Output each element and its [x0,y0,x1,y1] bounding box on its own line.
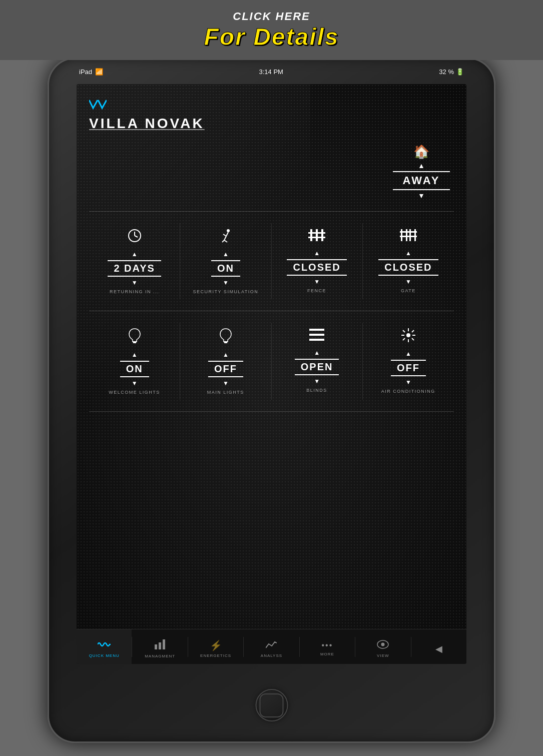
battery-icon: 🔋 [456,68,464,76]
ac-label: AIR CONDITIONING [381,389,435,394]
svg-rect-14 [401,229,402,241]
security-value: ON [211,260,240,277]
security-arrow-up: ▲ [223,251,229,258]
svg-line-4 [226,232,228,236]
ac-arrow-up: ▲ [405,350,411,357]
fence-arrow-down: ▼ [314,278,320,285]
svg-point-27 [406,333,410,337]
divider-2 [89,311,454,311]
click-here-label: CLICK HERE [233,10,310,23]
away-section[interactable]: 🏠 ▲ AWAY ▼ [89,142,454,207]
svg-line-35 [403,338,405,340]
ipad-screen: VILLA NOVAK 🏠 ▲ AWAY ▼ [77,84,466,664]
welcome-arrow-up: ▲ [132,351,138,358]
svg-line-8 [224,240,227,242]
blinds-label: BLINDS [306,388,327,393]
days-arrow-down: ▼ [132,279,138,286]
svg-line-6 [224,236,226,240]
runner-icon [218,228,233,247]
ac-arrow-down: ▼ [405,379,411,386]
gate-item[interactable]: ▲ CLOSED ▼ GATE [363,223,454,299]
svg-rect-9 [310,229,312,241]
svg-line-33 [412,338,414,340]
away-widget[interactable]: 🏠 ▲ AWAY ▼ [389,144,454,200]
fence-icon [308,228,325,246]
svg-line-2 [135,236,138,237]
main-lights-value: OFF [208,361,243,377]
ac-item[interactable]: ▲ OFF ▼ AIR CONDITIONING [363,323,454,400]
battery-level: 32 % [439,68,454,76]
home-button-inner [260,693,284,717]
svg-rect-12 [308,232,325,234]
security-label: SECURITY SIMULATION [193,289,259,294]
device-name: iPad [79,68,92,76]
welcome-value: ON [120,361,149,377]
svg-rect-25 [309,334,324,336]
status-bar: iPad 📶 3:14 PM 32 % 🔋 [79,64,464,79]
days-value: 2 DAYS [108,260,161,277]
blinds-arrow-up: ▲ [314,349,320,356]
row2-grid: ▲ ON ▼ WELCOME LIGHTS ▲ OFF [89,315,454,407]
ac-icon [400,328,416,346]
ac-value: OFF [391,360,426,376]
main-lights-label: MAIN LIGHTS [207,390,244,395]
svg-rect-16 [409,229,411,241]
home-icon: 🏠 [413,144,429,160]
status-left: iPad 📶 [79,68,103,76]
away-arrow-up: ▲ [418,162,425,170]
vm-logo [89,99,454,113]
welcome-light-icon [128,328,142,347]
svg-rect-26 [309,339,324,341]
main-lights-arrow-up: ▲ [223,351,229,358]
svg-rect-15 [406,229,407,241]
main-lights-arrow-down: ▼ [223,380,229,387]
blinds-value: OPEN [295,359,339,375]
svg-rect-24 [309,329,324,331]
fence-arrow-up: ▲ [314,250,320,257]
svg-rect-13 [308,237,325,238]
days-arrow-up: ▲ [132,251,138,258]
fence-value: CLOSED [287,259,346,276]
svg-rect-19 [400,236,417,237]
gate-icon [400,228,417,246]
svg-line-7 [222,240,224,242]
svg-rect-10 [316,229,318,241]
away-arrow-down: ▼ [418,192,425,200]
screen-content: VILLA NOVAK 🏠 ▲ AWAY ▼ [77,84,466,664]
welcome-label: WELCOME LIGHTS [109,390,160,395]
security-arrow-down: ▼ [223,279,229,286]
svg-point-3 [227,229,230,232]
svg-line-5 [223,234,226,236]
svg-rect-17 [414,229,416,241]
svg-line-34 [412,330,414,332]
returning-item[interactable]: ▲ 2 DAYS ▼ RETURNING IN ... [89,223,180,299]
svg-rect-11 [321,229,323,241]
ipad-shell: iPad 📶 3:14 PM 32 % 🔋 VILLA NOVAK [48,58,495,743]
ipad-home-button[interactable] [255,689,288,721]
for-details-label: For Details [204,23,339,51]
svg-rect-18 [400,231,417,233]
gate-arrow-down: ▼ [405,278,411,285]
fence-item[interactable]: ▲ CLOSED ▼ FENCE [272,223,363,299]
gate-label: GATE [401,288,416,293]
blinds-item[interactable]: ▲ OPEN ▼ BLINDS [272,323,363,400]
away-label: AWAY [393,171,450,190]
gate-value: CLOSED [378,259,438,276]
divider-3 [89,411,454,412]
main-light-icon [219,328,233,347]
security-item[interactable]: ▲ ON ▼ SECURITY SIMULATION [180,223,271,299]
wifi-icon: 📶 [95,68,103,76]
row1-grid: ▲ 2 DAYS ▼ RETURNING IN ... [89,216,454,307]
divider-1 [89,211,454,212]
top-banner[interactable]: CLICK HERE For Details [0,0,543,60]
svg-line-32 [403,330,405,332]
app-header: VILLA NOVAK [89,94,454,142]
blinds-icon [309,328,324,345]
returning-label: RETURNING IN ... [110,289,159,294]
gate-arrow-up: ▲ [405,250,411,257]
status-right: 32 % 🔋 [439,68,464,76]
welcome-arrow-down: ▼ [132,380,138,387]
clock-icon [127,228,142,247]
main-lights-item[interactable]: ▲ OFF ▼ MAIN LIGHTS [180,323,271,400]
welcome-lights-item[interactable]: ▲ ON ▼ WELCOME LIGHTS [89,323,180,400]
